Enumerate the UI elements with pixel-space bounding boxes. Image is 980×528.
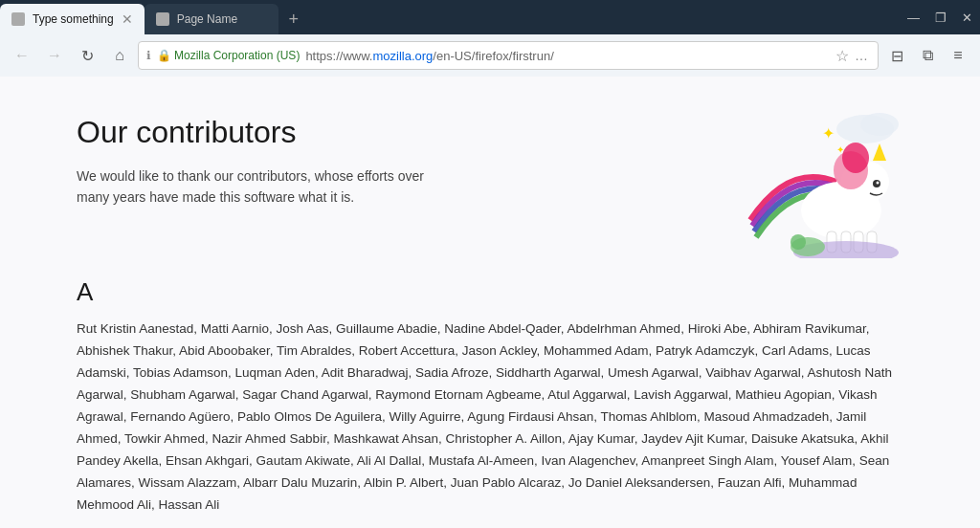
nav-bar: ← → ↻ ⌂ ℹ 🔒 Mozilla Corporation (US) htt… (0, 34, 980, 77)
lock-icon: ℹ (146, 49, 151, 62)
contributors-header: Our contributors We would like to thank … (77, 115, 903, 258)
svg-point-8 (842, 143, 869, 173)
title-bar: Type something ✕ Page Name + — ❐ ✕ (0, 0, 980, 34)
svg-point-17 (791, 234, 806, 250)
page-content: Our contributors We would like to thank … (0, 77, 980, 528)
page-icon (11, 12, 25, 26)
refresh-button[interactable]: ↻ (73, 41, 101, 70)
svg-point-1 (860, 113, 899, 136)
secure-label: 🔒 Mozilla Corporation (US) (157, 49, 300, 62)
page-icon-2 (156, 12, 169, 26)
tab-view-button[interactable]: ⧉ (913, 41, 942, 70)
back-button[interactable]: ← (8, 41, 36, 70)
svg-marker-6 (873, 143, 886, 161)
active-tab[interactable]: Type something ✕ (0, 4, 145, 34)
tab-close-button[interactable]: ✕ (122, 11, 133, 27)
svg-point-10 (877, 182, 880, 185)
contributors-description: We would like to thank our contributors,… (77, 165, 440, 209)
url-domain: mozilla.org (372, 49, 433, 63)
home-button[interactable]: ⌂ (105, 41, 134, 70)
bookmark-star-icon[interactable]: ☆ (835, 47, 849, 65)
close-button[interactable]: ✕ (962, 11, 972, 25)
window-controls: — ❐ ✕ (907, 4, 980, 34)
contributors-text-block: Our contributors We would like to thank … (77, 115, 712, 209)
url-text: https://www.mozilla.org/en-US/firefox/fi… (305, 49, 830, 63)
inactive-tab[interactable]: Page Name (145, 4, 278, 34)
active-tab-label: Type something (33, 12, 114, 26)
unicorn-illustration: ✦ ✦ (731, 105, 903, 258)
section-letter-a: A (77, 277, 903, 307)
inactive-tab-label: Page Name (177, 12, 267, 26)
maximize-button[interactable]: ❐ (935, 11, 947, 25)
address-more-icon[interactable]: … (855, 48, 870, 63)
bookmarks-button[interactable]: ⊟ (882, 41, 911, 70)
contributors-list: Rut Kristin Aanestad, Matti Aarnio, Josh… (77, 319, 903, 516)
svg-text:✦: ✦ (822, 125, 835, 142)
new-tab-button[interactable]: + (278, 4, 309, 34)
menu-button[interactable]: ≡ (944, 41, 972, 70)
forward-button[interactable]: → (40, 41, 69, 70)
page-title: Our contributors (77, 115, 712, 150)
minimize-button[interactable]: — (907, 11, 920, 25)
address-bar[interactable]: ℹ 🔒 Mozilla Corporation (US) https://www… (138, 41, 879, 70)
toolbar-buttons: ⊟ ⧉ ≡ (882, 41, 972, 70)
